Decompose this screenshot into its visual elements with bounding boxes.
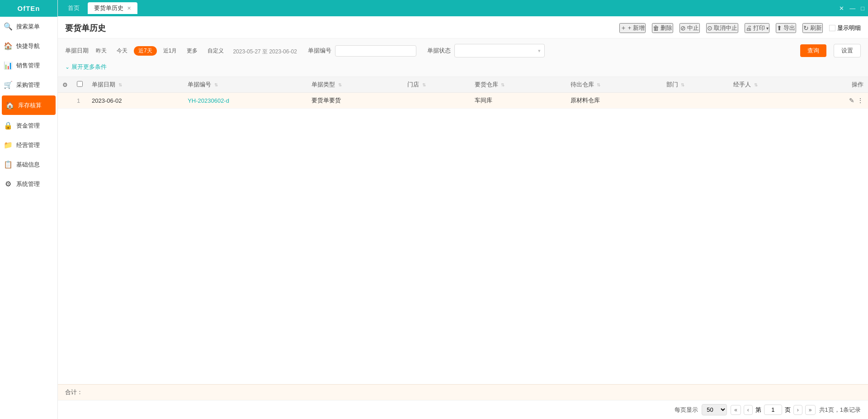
delete-button[interactable]: 🗑 删除 [652, 23, 673, 33]
display-detail-toggle[interactable]: 显示明细 [829, 24, 861, 32]
status-filter: 单据状态 ▾ [427, 44, 545, 57]
sidebar-item-sales[interactable]: 📊 销售管理 [0, 56, 57, 75]
page-number-input[interactable] [764, 405, 782, 415]
td-doc-no: YH-20230602-d [183, 93, 307, 109]
sort-pending-wh-icon[interactable]: ⇅ [597, 82, 600, 87]
sidebar-item-inventory-label: 库存核算 [18, 101, 42, 110]
date-btn-last-month[interactable]: 近1月 [160, 46, 181, 56]
sidebar-item-search[interactable]: 🔍 搜索菜单 [0, 17, 57, 36]
page-nav: « ‹ 第 页 › » [731, 405, 815, 415]
edit-action-icon[interactable]: ✎ [849, 97, 854, 104]
date-btn-last7[interactable]: 近7天 [134, 46, 157, 56]
page-size-select[interactable]: 50 100 200 [702, 404, 727, 415]
sort-dept-icon[interactable]: ⇅ [681, 82, 684, 87]
td-checkbox: 1 [72, 93, 87, 109]
tab-close-icon[interactable]: ✕ [127, 5, 131, 11]
th-settings: ⚙ [58, 77, 72, 93]
th-pending-warehouse-label: 待出仓库 [571, 81, 594, 88]
date-btn-yesterday[interactable]: 昨天 [92, 46, 110, 56]
window-maximize-btn[interactable]: □ [861, 5, 864, 12]
sidebar-item-quick-nav[interactable]: 🏠 快捷导航 [0, 36, 57, 56]
window-close-btn[interactable]: ✕ [839, 5, 844, 12]
sort-doc-date-icon[interactable]: ⇅ [118, 82, 122, 87]
sidebar-item-purchase-label: 采购管理 [16, 81, 40, 89]
date-btn-custom[interactable]: 自定义 [204, 46, 227, 56]
th-action-label: 操作 [852, 81, 863, 88]
status-select[interactable]: ▾ [454, 44, 545, 57]
table-row: 1 2023-06-02 YH-20230602-d 要货单要货 [58, 93, 868, 109]
sidebar-item-quicknav-label: 快捷导航 [16, 42, 40, 50]
th-handler: 经手人 ⇅ [729, 77, 810, 93]
th-checkbox [72, 77, 87, 93]
folder-icon: 📁 [4, 141, 13, 149]
suspend-button[interactable]: ⊘ 中止 [679, 23, 700, 33]
stop-icon: ⊘ [680, 24, 686, 32]
expand-more-btn[interactable]: ⌄ 展开更多条件 [65, 63, 107, 71]
sidebar-item-finance[interactable]: 🔒 资金管理 [0, 116, 57, 135]
display-detail-checkbox[interactable] [829, 25, 835, 31]
print-button[interactable]: 🖨 打印 ▾ [745, 23, 769, 33]
table-settings-icon[interactable]: ⚙ [62, 81, 68, 88]
sort-req-wh-icon[interactable]: ⇅ [501, 82, 505, 87]
last-page-btn[interactable]: » [805, 405, 816, 415]
sort-doc-no-icon[interactable]: ⇅ [214, 82, 218, 87]
page-label-text: 第 [755, 406, 761, 414]
th-handler-label: 经手人 [733, 81, 751, 88]
next-page-btn[interactable]: › [793, 405, 802, 415]
td-doc-date: 2023-06-02 [87, 93, 183, 109]
date-buttons-group: 昨天 今天 近7天 近1月 更多 自定义 [92, 46, 227, 56]
select-all-checkbox[interactable] [77, 81, 83, 87]
sidebar-item-base-info[interactable]: 📋 基础信息 [0, 155, 57, 174]
tab-requisition-history[interactable]: 要货单历史 ✕ [88, 2, 137, 14]
export-button[interactable]: ⬆ 导出 [776, 23, 796, 33]
th-store-label: 门店 [407, 81, 419, 88]
tab-home[interactable]: 首页 [61, 2, 86, 14]
sidebar-item-inventory[interactable]: 🏠 库存核算 [2, 95, 56, 115]
pagination: 每页显示 50 100 200 « ‹ 第 页 › » 共1页，1条记录 [58, 400, 868, 419]
table-area: ⚙ 单据日期 ⇅ 单据编号 ⇅ [58, 77, 868, 384]
refresh-icon: ↻ [803, 24, 809, 32]
toolbar: ＋ + 新增 🗑 删除 ⊘ 中止 ⊙ 取消中止 🖨 打印 [619, 23, 861, 33]
new-button[interactable]: ＋ + 新增 [619, 23, 646, 33]
td-doc-type: 要货单要货 [307, 93, 403, 109]
sort-doc-type-icon[interactable]: ⇅ [338, 82, 342, 87]
page-content: 要货单历史 ＋ + 新增 🗑 删除 ⊘ 中止 ⊙ 取消中止 [58, 16, 868, 419]
date-filter: 单据日期 昨天 今天 近7天 近1月 更多 自定义 2023-05-27 至 2… [65, 46, 297, 56]
filter-row: 单据日期 昨天 今天 近7天 近1月 更多 自定义 2023-05-27 至 2… [65, 44, 861, 57]
date-btn-today[interactable]: 今天 [113, 46, 131, 56]
th-pending-warehouse: 待出仓库 ⇅ [566, 77, 662, 93]
sort-store-icon[interactable]: ⇅ [422, 82, 426, 87]
sidebar-item-operations[interactable]: 📁 经营管理 [0, 135, 57, 155]
sidebar-item-system[interactable]: ⚙ 系统管理 [0, 174, 57, 194]
th-doc-no: 单据编号 ⇅ [183, 77, 307, 93]
refresh-label: 刷新 [810, 24, 822, 32]
td-dept [662, 93, 729, 109]
sidebar-item-sales-label: 销售管理 [16, 62, 40, 70]
delete-label: 删除 [660, 24, 672, 32]
tab-home-label: 首页 [68, 4, 80, 12]
sidebar-item-purchase[interactable]: 🛒 采购管理 [0, 75, 57, 95]
th-doc-date-label: 单据日期 [92, 81, 115, 88]
date-btn-more[interactable]: 更多 [183, 46, 201, 56]
doc-no-input[interactable] [335, 45, 416, 57]
sidebar: OfTEn 🔍 搜索菜单 🏠 快捷导航 📊 销售管理 🛒 采购管理 🏠 库存核算… [0, 0, 58, 419]
doc-no-link[interactable]: YH-20230602-d [188, 97, 229, 104]
settings-button[interactable]: 设置 [834, 44, 861, 57]
prev-page-btn[interactable]: ‹ [744, 405, 753, 415]
first-page-btn[interactable]: « [731, 405, 741, 415]
summary-label: 合计： [65, 388, 83, 396]
refresh-button[interactable]: ↻ 刷新 [802, 23, 823, 33]
search-icon: 🔍 [4, 22, 13, 31]
date-filter-label: 单据日期 [65, 47, 89, 55]
th-dept: 部门 ⇅ [662, 77, 729, 93]
doc-type-value: 要货单要货 [311, 97, 341, 104]
cancel-suspend-button[interactable]: ⊙ 取消中止 [706, 23, 738, 33]
lock-icon: 🔒 [4, 121, 13, 130]
window-controls: ✕ — □ [839, 5, 864, 12]
data-table: ⚙ 单据日期 ⇅ 单据编号 ⇅ [58, 77, 868, 109]
page-suffix-text: 页 [785, 406, 791, 414]
window-minimize-btn[interactable]: — [849, 5, 855, 12]
more-action-icon[interactable]: ⋮ [857, 97, 863, 104]
sort-handler-icon[interactable]: ⇅ [754, 82, 758, 87]
query-button[interactable]: 查询 [800, 44, 826, 57]
